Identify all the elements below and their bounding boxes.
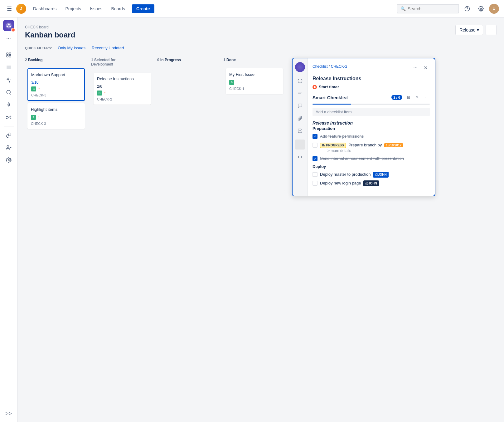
column-selected: 1 Selected forDevelopment Release Instru… [91, 58, 153, 195]
breadcrumb-issue-link[interactable]: CHECK-2 [331, 64, 347, 69]
sidebar-add-user-icon[interactable] [3, 142, 14, 153]
preparation-label: Preparation [313, 126, 430, 131]
checklist-item-prepare-branch: IN PROGRESS Prepare branch by 15/10/2017… [313, 142, 430, 153]
card-highlight-items[interactable]: Highlight items S ↑ CHECK-3 [27, 103, 85, 129]
more-details-link[interactable]: > more details [327, 149, 403, 153]
release-label: Release [459, 27, 475, 32]
checklist-progress-bar [313, 104, 430, 105]
card-highlight-id: CHECK-3 [31, 122, 81, 125]
svg-point-20 [6, 118, 7, 119]
checklist-title: Smart Checklist [313, 95, 391, 100]
release-button[interactable]: Release ▾ [455, 25, 483, 35]
card-type-release-icon: S [97, 91, 102, 96]
search-bar[interactable]: 🔍 [397, 4, 459, 13]
panel-more-button[interactable]: ··· [411, 63, 420, 72]
checklist-more-button[interactable]: ··· [422, 94, 430, 101]
sidebar-board-icon[interactable] [3, 49, 14, 61]
svg-point-3 [8, 24, 10, 26]
inprogress-count: 0 [157, 58, 159, 62]
backlog-body[interactable]: Markdown Support 3/10 S ↑ CHECK-3 Highli… [25, 66, 87, 191]
inprogress-body[interactable] [157, 66, 220, 191]
card-release-instructions[interactable]: Release Instructions 2/6 S ↑ CHECK-2 [94, 73, 151, 105]
card-highlight-meta: S ↑ [31, 115, 81, 120]
search-input[interactable] [408, 6, 451, 11]
card-markdown-title: Markdown Support [31, 72, 81, 78]
column-backlog: 2 Backlog Markdown Support 3/10 S ↑ CHEC… [25, 58, 87, 191]
filter-my-issues[interactable]: Only My Issues [56, 44, 87, 52]
timer-label: Start timer [319, 85, 339, 89]
panel-issue-avatar [295, 62, 305, 72]
checklist-header: Smart Checklist 2 / 6 ⊟ ✎ ··· [313, 94, 430, 101]
nav-dashboards[interactable]: Dashboards [30, 4, 60, 13]
panel-content: Checklist / CHECK-2 ··· ✕ Release Instru… [308, 58, 435, 196]
content-area: CHECK board Kanban board Release ▾ ··· Q… [17, 17, 504, 422]
settings-button[interactable] [475, 3, 487, 14]
item-deploy-login-text: Deploy new login page @JOHN [320, 180, 379, 186]
board-breadcrumb: CHECK board [25, 25, 75, 29]
panel-tab-checklist[interactable] [295, 126, 305, 136]
panel-close-button[interactable]: ✕ [421, 63, 430, 72]
panel-tab-empty [295, 140, 305, 150]
sidebar-expand-more[interactable]: >> [4, 409, 13, 418]
checkbox-send-internal[interactable] [313, 156, 317, 161]
selected-body[interactable]: Release Instructions 2/6 S ↑ CHECK-2 [91, 70, 153, 195]
issue-panel: Checklist / CHECK-2 ··· ✕ Release Instru… [292, 58, 435, 196]
done-body[interactable]: My First Issue S ↑ CHECK-1 [223, 66, 286, 191]
nav-boards[interactable]: Boards [108, 4, 128, 13]
sidebar-more-toggle[interactable]: ··· [5, 34, 12, 43]
svg-point-4 [7, 26, 8, 27]
chevron-down-icon: ▾ [477, 27, 479, 32]
svg-point-27 [8, 159, 9, 161]
breadcrumb-parent-link[interactable]: Checklist [313, 64, 328, 69]
panel-breadcrumb: Checklist / CHECK-2 [313, 64, 347, 69]
board-more-button[interactable]: ··· [486, 25, 497, 35]
checklist-item-send-internal: Send internal announeement with presenta… [313, 155, 430, 162]
checklist-filter-button[interactable]: ⊟ [405, 94, 412, 101]
card-markdown-support[interactable]: Markdown Support 3/10 S ↑ CHECK-3 [27, 68, 85, 101]
panel-tab-attachment[interactable] [295, 113, 305, 123]
card-release-meta: S ↑ [97, 91, 148, 96]
card-highlight-title: Highlight items [31, 107, 81, 112]
nav-issues[interactable]: Issues [87, 4, 105, 13]
sidebar-puzzle-icon[interactable] [3, 99, 14, 110]
checklist-item-deploy-login: Deploy new login page @JOHN [313, 180, 430, 186]
panel-tab-code[interactable] [295, 152, 305, 162]
sidebar-link-icon[interactable] [3, 130, 14, 141]
panel-tab-description[interactable] [295, 88, 305, 98]
sidebar-settings-icon[interactable] [3, 155, 14, 166]
svg-point-5 [9, 26, 11, 27]
card-type-story-icon: S [31, 86, 36, 91]
checklist-edit-button[interactable]: ✎ [414, 94, 421, 101]
filter-recently-updated[interactable]: Recently Updated [90, 44, 126, 52]
topnav: ☰ J Dashboards Projects Issues Boards Cr… [0, 0, 504, 17]
checkbox-deploy-master[interactable] [313, 172, 317, 177]
sidebar-search-icon[interactable] [3, 87, 14, 98]
svg-point-19 [10, 116, 11, 117]
hamburger-menu[interactable]: ☰ [5, 3, 14, 14]
nav-projects[interactable]: Projects [62, 4, 85, 13]
project-avatar[interactable]: 1 [3, 20, 14, 31]
user-avatar[interactable]: U [489, 4, 499, 14]
board-title: Kanban board [25, 31, 75, 39]
panel-tab-info[interactable] [295, 76, 305, 86]
item-deploy-master-text: Deploy master to production @JOHN [320, 171, 389, 178]
app-logo[interactable]: J [16, 4, 26, 14]
add-checklist-item-input[interactable]: Add a checklist item [313, 108, 430, 116]
start-timer-button[interactable]: Start timer [313, 85, 430, 89]
search-icon: 🔍 [400, 6, 406, 11]
sidebar-list-icon[interactable] [3, 62, 14, 73]
panel-tab-comment[interactable] [295, 101, 305, 111]
sidebar-nodes-icon[interactable] [3, 112, 14, 123]
left-sidebar: 1 ··· >> [0, 17, 17, 422]
in-progress-badge: IN PROGRESS [320, 143, 346, 148]
checklist-item-feature-perms: Add feature permissions [313, 133, 430, 140]
card-first-issue[interactable]: My First Issue S ↑ CHECK-1 [226, 68, 283, 94]
checkbox-feature-perms[interactable] [313, 134, 317, 139]
help-button[interactable] [462, 3, 473, 14]
sidebar-chart-icon[interactable] [3, 74, 14, 86]
checklist-item-deploy-master: Deploy master to production @JOHN [313, 171, 430, 178]
checkbox-deploy-login[interactable] [313, 181, 317, 186]
main-layout: 1 ··· >> [0, 17, 504, 422]
checkbox-prepare-branch[interactable] [313, 143, 317, 148]
create-button[interactable]: Create [132, 4, 154, 13]
